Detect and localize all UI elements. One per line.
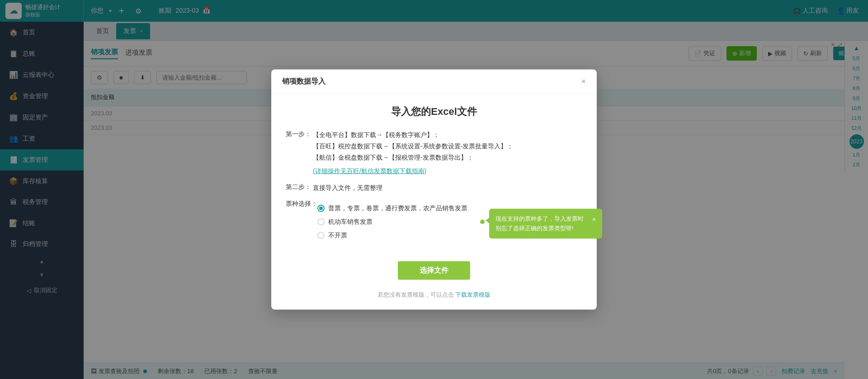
select-file-area: 选择文件 — [286, 261, 582, 280]
select-file-button[interactable]: 选择文件 — [398, 261, 470, 280]
tooltip-dot — [480, 219, 485, 224]
radio-2-circle — [317, 218, 325, 225]
radio-1-label: 普票，专票，卷票，通行费发票，农产品销售发票 — [328, 204, 467, 212]
step-1-content: 【全电平台】数据下载→【税务数字账户】； 【百旺】税控盘数据下载→【系统设置-系… — [313, 129, 513, 177]
import-modal: 销项数据导入 × 导入您的Excel文件 第一步： 【全电平台】数据下载→【税务… — [271, 70, 597, 310]
tooltip-bubble: × 现在支持的票种多了，导入发票时别忘了选择正确的发票类型呀! — [489, 208, 602, 238]
radio-group-label: 票种选择： — [286, 199, 317, 208]
modal-header: 销项数据导入 × — [271, 70, 597, 94]
modal-footer: 若您没有发票模版，可以点击 下载发票模版 — [286, 290, 582, 298]
step1-line2: 【百旺】税控盘数据下载→【系统设置-系统参数设置-发票批量导入】； — [313, 141, 513, 152]
step-1-row: 第一步： 【全电平台】数据下载→【税务数字账户】； 【百旺】税控盘数据下载→【系… — [286, 129, 582, 177]
step-1-label: 第一步： — [286, 130, 313, 138]
step1-line3: 【航信】金税盘数据下载→【报税管理-发票数据导出】； — [313, 152, 513, 163]
radio-option-3[interactable]: 不开票 — [317, 231, 467, 239]
step1-line1: 【全电平台】数据下载→【税务数字账户】； — [313, 129, 513, 141]
radio-option-1[interactable]: 普票，专票，卷票，通行费发票，农产品销售发票 — [317, 204, 467, 212]
radio-option-2[interactable]: 机动车销售发票 × 现在支持的票种多了，导入发票时别忘了选择正确的发票类型呀! — [317, 218, 467, 226]
radio-3-circle — [317, 232, 325, 239]
radio-group: 普票，专票，卷票，通行费发票，农产品销售发票 机动车销售发票 × 现在支持的票种… — [317, 204, 467, 245]
step-2-content: 直接导入文件，无需整理 — [313, 182, 382, 193]
radio-1-circle — [317, 204, 325, 212]
radio-3-label: 不开票 — [328, 231, 347, 239]
modal-body: 导入您的Excel文件 第一步： 【全电平台】数据下载→【税务数字账户】； 【百… — [271, 94, 597, 310]
tooltip-text: 现在支持的票种多了，导入发票时别忘了选择正确的发票类型呀! — [495, 215, 584, 231]
step-2-label: 第二步： — [286, 183, 313, 191]
modal-main-title: 导入您的Excel文件 — [286, 105, 582, 118]
step-2-row: 第二步： 直接导入文件，无需整理 — [286, 182, 582, 193]
tooltip-close-button[interactable]: × — [592, 214, 596, 224]
radio-2-label: 机动车销售发票 — [328, 218, 373, 226]
modal-close-button[interactable]: × — [581, 77, 586, 86]
download-template-link[interactable]: 下载发票模版 — [455, 291, 491, 298]
radio-row: 票种选择： 普票，专票，卷票，通行费发票，农产品销售发票 机动车销售发票 × 现… — [286, 199, 582, 250]
modal-title: 销项数据导入 — [282, 77, 326, 86]
step1-guide-link[interactable]: (详细操作见百旺/航信发票数据下载指南) — [313, 167, 426, 174]
